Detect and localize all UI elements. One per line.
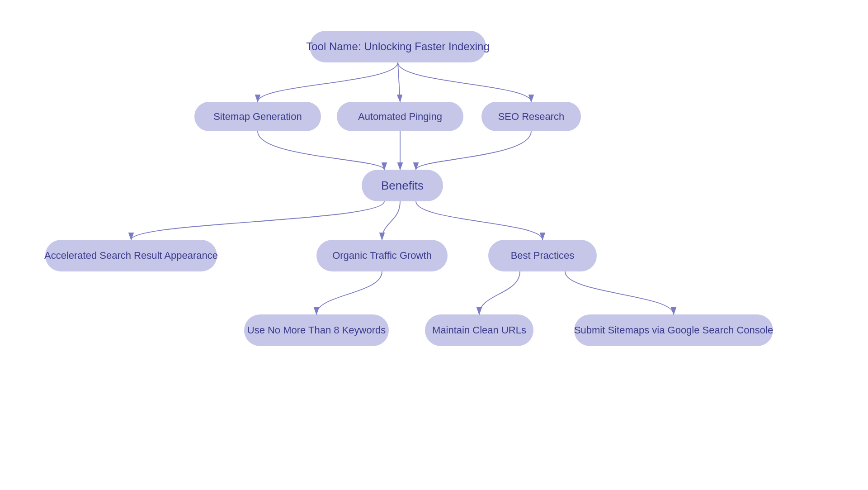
node-benefits: Benefits: [362, 170, 443, 201]
node-seo: SEO Research: [481, 102, 581, 131]
node-accelerated: Accelerated Search Result Appearance: [45, 240, 217, 271]
node-automated: Automated Pinging: [337, 102, 463, 131]
node-sitemap: Sitemap Generation: [194, 102, 321, 131]
node-organic: Organic Traffic Growth: [316, 240, 448, 271]
diagram-container: Tool Name: Unlocking Faster Indexing Sit…: [0, 0, 868, 490]
node-root: Tool Name: Unlocking Faster Indexing: [310, 31, 486, 62]
node-bestpractices: Best Practices: [488, 240, 597, 271]
node-submitsitemaps: Submit Sitemaps via Google Search Consol…: [574, 314, 773, 346]
node-keywords: Use No More Than 8 Keywords: [244, 314, 389, 346]
node-cleanurls: Maintain Clean URLs: [425, 314, 533, 346]
